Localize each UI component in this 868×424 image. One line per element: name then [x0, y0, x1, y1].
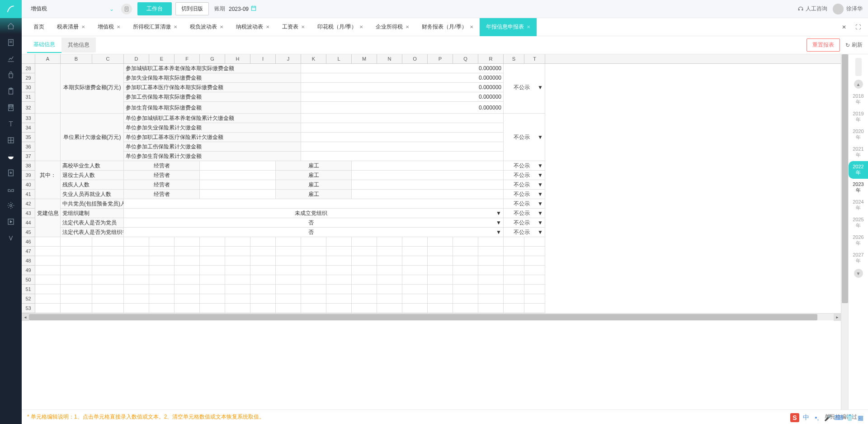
reset-button[interactable]: 重置报表: [807, 38, 840, 52]
empty[interactable]: [453, 275, 478, 285]
operator[interactable]: 经营者: [124, 190, 200, 199]
empty[interactable]: [61, 294, 92, 304]
empty[interactable]: [402, 285, 428, 294]
row-header[interactable]: 37: [22, 152, 35, 161]
user-info[interactable]: 徐泽华: [833, 4, 863, 14]
empty[interactable]: [301, 275, 326, 285]
row-label[interactable]: 失业人员再就业人数: [61, 190, 124, 199]
empty[interactable]: [35, 294, 61, 304]
row-value[interactable]: [301, 142, 504, 152]
row-value[interactable]: 0.000000: [301, 83, 504, 92]
row-header[interactable]: 35: [22, 133, 35, 142]
row-label[interactable]: 党组织建制: [61, 209, 124, 218]
empty[interactable]: [61, 304, 92, 313]
empty[interactable]: [428, 237, 453, 247]
val1[interactable]: [200, 180, 276, 190]
year-up-button[interactable]: ▲: [854, 80, 863, 89]
empty[interactable]: [149, 237, 175, 247]
row-label[interactable]: 单位参加职工基本医疗保险累计欠缴金额: [124, 133, 301, 142]
row-header[interactable]: 51: [22, 285, 35, 294]
empty[interactable]: [402, 256, 428, 266]
tab-9[interactable]: 财务报表（月/季）✕: [415, 18, 479, 36]
empty[interactable]: [276, 285, 301, 294]
empty[interactable]: [124, 256, 149, 266]
col-header-T[interactable]: T: [524, 54, 545, 63]
row-label[interactable]: 参加工伤保险本期实际缴费金额: [124, 92, 301, 102]
val1[interactable]: [200, 171, 276, 180]
visibility[interactable]: 不公示▼: [504, 209, 545, 218]
empty[interactable]: [200, 285, 225, 294]
nav-doc-icon[interactable]: [0, 34, 22, 51]
year-item[interactable]: 2020年: [849, 126, 868, 143]
empty[interactable]: [149, 294, 175, 304]
empty[interactable]: [504, 285, 524, 294]
empty[interactable]: [35, 237, 61, 247]
empty[interactable]: [276, 247, 301, 256]
empty[interactable]: [276, 304, 301, 313]
group-title[interactable]: [61, 64, 124, 73]
empty[interactable]: [124, 266, 149, 275]
empty[interactable]: [61, 275, 92, 285]
visibility[interactable]: 不公示▼: [504, 199, 545, 209]
empty[interactable]: [250, 285, 276, 294]
empty[interactable]: [149, 285, 175, 294]
empty[interactable]: [428, 247, 453, 256]
empty[interactable]: [92, 275, 124, 285]
h-scrollbar[interactable]: [29, 314, 834, 320]
empty[interactable]: [92, 304, 124, 313]
year-item[interactable]: 2024年: [849, 196, 868, 214]
empty[interactable]: [377, 256, 402, 266]
empty[interactable]: [478, 256, 504, 266]
empty[interactable]: [175, 285, 200, 294]
year-item[interactable]: 2025年: [849, 214, 868, 232]
row-header[interactable]: 34: [22, 123, 35, 133]
col-header-F[interactable]: F: [175, 54, 200, 63]
empty[interactable]: [453, 237, 478, 247]
support-link[interactable]: 人工咨询: [797, 5, 827, 13]
row-value[interactable]: [301, 114, 504, 123]
row-value[interactable]: [301, 123, 504, 133]
row-label[interactable]: 单位参加生育保险累计欠缴金额: [124, 152, 301, 161]
empty[interactable]: [301, 256, 326, 266]
visibility[interactable]: [504, 114, 545, 123]
empty[interactable]: [377, 266, 402, 275]
nav-chart-icon[interactable]: [0, 51, 22, 67]
empty[interactable]: [200, 294, 225, 304]
col-header-S[interactable]: S: [504, 54, 524, 63]
tray-grid-icon[interactable]: ▦: [856, 414, 864, 422]
empty[interactable]: [250, 304, 276, 313]
empty[interactable]: [35, 275, 61, 285]
empty[interactable]: [352, 275, 377, 285]
visibility[interactable]: 不公示▼: [504, 83, 545, 92]
empty[interactable]: [352, 247, 377, 256]
empty[interactable]: [225, 237, 250, 247]
v-scrollbar[interactable]: [841, 54, 848, 410]
group-title[interactable]: [35, 218, 61, 228]
row-label[interactable]: 参加职工基本医疗保险本期实际缴费金额: [124, 83, 301, 92]
row-header[interactable]: 50: [22, 275, 35, 285]
row-header[interactable]: 42: [22, 199, 35, 209]
empty[interactable]: [149, 256, 175, 266]
empty[interactable]: [352, 237, 377, 247]
col-a[interactable]: [35, 92, 61, 102]
empty[interactable]: [326, 237, 352, 247]
empty[interactable]: [326, 285, 352, 294]
row-header[interactable]: 30: [22, 83, 35, 92]
empty[interactable]: [326, 304, 352, 313]
empty[interactable]: [92, 294, 124, 304]
empty[interactable]: [402, 237, 428, 247]
empty[interactable]: [149, 304, 175, 313]
empty[interactable]: [35, 266, 61, 275]
group-title[interactable]: [35, 161, 61, 171]
visibility[interactable]: [504, 123, 545, 133]
tab-2[interactable]: 增值税✕: [91, 18, 127, 36]
empty[interactable]: [92, 256, 124, 266]
empty[interactable]: [124, 247, 149, 256]
operator[interactable]: 经营者: [124, 161, 200, 171]
empty[interactable]: [35, 256, 61, 266]
sub-tab-other[interactable]: 其他信息: [61, 38, 96, 52]
row-header[interactable]: 45: [22, 228, 35, 237]
empty[interactable]: [149, 266, 175, 275]
visibility[interactable]: [504, 142, 545, 152]
empty[interactable]: [92, 237, 124, 247]
